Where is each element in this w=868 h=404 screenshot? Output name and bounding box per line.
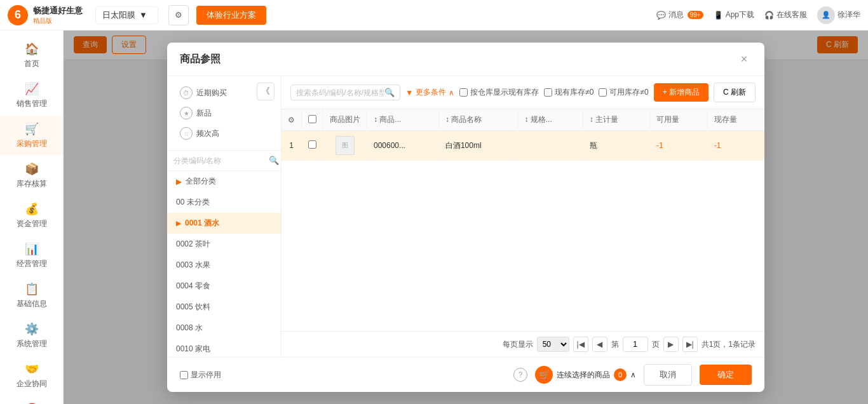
online-service-item[interactable]: 🎧 在线客服 xyxy=(764,10,807,20)
table-row[interactable]: 1 图 000600... 白酒100ml 瓶 xyxy=(281,131,764,161)
messages-item[interactable]: 💬 消息 99+ xyxy=(656,10,703,20)
headset-icon: 🎧 xyxy=(764,11,774,20)
operations-icon: 📊 xyxy=(25,242,39,256)
modal-toolbar: 🔍 ▼ 更多条件 ∧ 按仓库显示现有库存 xyxy=(281,76,764,109)
sidebar-item-finance[interactable]: 💰 资金管理 xyxy=(0,196,63,236)
product-search-input[interactable] xyxy=(296,88,384,97)
total-info: 共1页，1条记录 xyxy=(702,339,756,350)
td-code: 000600... xyxy=(367,131,439,161)
cart-button[interactable]: 🛒 连续选择的商品 0 ∧ xyxy=(535,366,636,384)
next-page-button[interactable]: ▶ xyxy=(663,337,679,352)
filter-more-button[interactable]: ▼ 更多条件 ∧ xyxy=(405,87,454,98)
cat-item-appliance[interactable]: 0010 家电 xyxy=(167,339,281,357)
page-number-input[interactable] xyxy=(623,337,648,352)
modal-title: 商品参照 xyxy=(180,53,220,66)
cat-item-all[interactable]: ▶ 全部分类 xyxy=(167,171,281,192)
cat-item-uncategorized[interactable]: 00 未分类 xyxy=(167,192,281,213)
modal-right-panel: 🔍 ▼ 更多条件 ∧ 按仓库显示现有库存 xyxy=(281,76,764,357)
sidebar-item-collab[interactable]: 🤝 企业协同 xyxy=(0,356,63,396)
continuous-select-label: 连续选择的商品 xyxy=(557,370,610,380)
pagination: 每页显示 50 10 20 100 |◀ ◀ 第 页 xyxy=(281,331,764,357)
sidebar-item-basic-info[interactable]: 📋 基础信息 xyxy=(0,276,63,316)
product-search-box: 🔍 xyxy=(290,84,400,100)
sidebar-item-guide[interactable]: 🎯 新手引导 xyxy=(0,396,63,404)
experience-button[interactable]: 体验行业方案 xyxy=(196,6,266,25)
search-icon: 🔍 xyxy=(384,88,395,97)
th-code: ↕ 商品... xyxy=(367,109,439,131)
page-size-label: 每页显示 xyxy=(503,339,533,350)
cart-icon: 🛒 xyxy=(535,366,553,384)
inventory-icon: 📦 xyxy=(25,162,39,176)
product-image: 图 xyxy=(336,136,355,155)
user-profile-item[interactable]: 👤 徐泽华 xyxy=(817,6,860,24)
td-check[interactable] xyxy=(302,131,323,161)
checkbox-available-filter[interactable]: 现有库存≠0 xyxy=(544,87,593,98)
category-list: ▶ 全部分类 00 未分类 ▶ 0001 酒水 0002 茶 xyxy=(167,171,281,357)
app-download-item[interactable]: 📱 App下载 xyxy=(714,10,754,20)
cancel-button[interactable]: 取消 xyxy=(644,364,692,386)
home-icon: 🏠 xyxy=(25,42,39,56)
th-available: 可用量 xyxy=(650,109,708,131)
table-header-row: ⚙ 商品图片 ↕ 商品... ↕ 商品名称 xyxy=(281,109,764,131)
modal-close-button[interactable]: × xyxy=(736,51,752,67)
active-arrow-icon: ▶ xyxy=(176,220,181,227)
basic-info-icon: 📋 xyxy=(25,282,39,296)
warehouse-checkbox[interactable] xyxy=(459,88,468,97)
quick-link-frequent[interactable]: ☆ 频次高 xyxy=(173,123,252,144)
cat-item-snack[interactable]: 0004 零食 xyxy=(167,276,281,297)
recent-icon: ⏱ xyxy=(180,86,193,99)
prev-page-button[interactable]: ◀ xyxy=(592,337,607,352)
th-spec: ↕ 规格... xyxy=(518,109,583,131)
nav-selector-label: 日太阳膜 xyxy=(102,10,135,21)
checkbox-warehouse-filter[interactable]: 按仓库显示现有库存 xyxy=(459,87,539,98)
message-icon: 💬 xyxy=(656,11,666,20)
td-stock: -1 xyxy=(707,131,764,161)
product-table-wrap: ⚙ 商品图片 ↕ 商品... ↕ 商品名称 xyxy=(281,109,764,331)
show-disabled-checkbox[interactable]: 显示停用 xyxy=(180,370,221,380)
cat-item-liquor[interactable]: ▶ 0001 酒水 xyxy=(167,213,281,234)
sidebar-item-sales[interactable]: 📈 销售管理 xyxy=(0,76,63,116)
sidebar-item-operations[interactable]: 📊 经营管理 xyxy=(0,236,63,276)
logo-area: 6 畅捷通好生意 精品版 xyxy=(8,5,83,25)
available-checkbox[interactable] xyxy=(544,88,552,97)
nav-selector[interactable]: 日太阳膜 ▼ xyxy=(95,6,158,24)
nav-right: 💬 消息 99+ 📱 App下载 🎧 在线客服 👤 徐泽华 xyxy=(656,6,860,24)
sidebar-item-inventory[interactable]: 📦 库存核算 xyxy=(0,156,63,196)
th-check xyxy=(302,109,323,131)
th-gear: ⚙ xyxy=(281,109,302,131)
usable-checkbox[interactable] xyxy=(599,88,607,97)
confirm-button[interactable]: 确定 xyxy=(700,365,752,385)
disabled-checkbox[interactable] xyxy=(180,371,188,379)
collapse-left-panel-button[interactable]: 《 xyxy=(257,83,275,100)
cat-item-beverage[interactable]: 0005 饮料 xyxy=(167,297,281,318)
th-stock: 现存量 xyxy=(707,109,764,131)
category-search-area: 🔍 xyxy=(167,151,281,171)
product-table: ⚙ 商品图片 ↕ 商品... ↕ 商品名称 xyxy=(281,109,764,161)
td-available: -1 xyxy=(650,131,708,161)
page-size-select[interactable]: 50 10 20 100 xyxy=(537,337,569,352)
last-page-button[interactable]: ▶| xyxy=(682,337,698,352)
sidebar-item-purchase[interactable]: 🛒 采购管理 xyxy=(0,116,63,156)
select-all-checkbox[interactable] xyxy=(308,115,316,123)
cat-item-fruit[interactable]: 0003 水果 xyxy=(167,255,281,276)
category-search-input[interactable] xyxy=(173,156,269,165)
quick-link-new[interactable]: ★ 新品 xyxy=(173,103,252,123)
frequent-icon: ☆ xyxy=(180,127,193,140)
checkbox-usable-filter[interactable]: 可用库存≠0 xyxy=(599,87,648,98)
quick-link-recent[interactable]: ⏱ 近期购买 xyxy=(173,83,252,103)
help-button[interactable]: ? xyxy=(513,368,527,382)
refresh-button[interactable]: C 刷新 xyxy=(714,83,756,102)
sidebar-item-home[interactable]: 🏠 首页 xyxy=(0,36,63,76)
brand-name: 畅捷通好生意 精品版 xyxy=(33,5,83,25)
first-page-button[interactable]: |◀ xyxy=(573,337,588,352)
cat-item-tea[interactable]: 0002 茶叶 xyxy=(167,234,281,255)
gear-button[interactable]: ⚙ xyxy=(168,5,189,25)
footer-right: ? 🛒 连续选择的商品 0 ∧ 取消 确定 xyxy=(513,364,752,386)
sidebar-item-system[interactable]: ⚙️ 系统管理 xyxy=(0,316,63,356)
modal-left-panel: ⏱ 近期购买 ★ 新品 ☆ 频次高 xyxy=(167,76,281,357)
modal-overlay: 商品参照 × ⏱ 近期购买 xyxy=(64,30,868,404)
add-product-button[interactable]: + 新增商品 xyxy=(654,83,709,102)
cat-item-water[interactable]: 0008 水 xyxy=(167,318,281,339)
row-checkbox[interactable] xyxy=(308,140,316,149)
td-unit: 瓶 xyxy=(583,131,649,161)
